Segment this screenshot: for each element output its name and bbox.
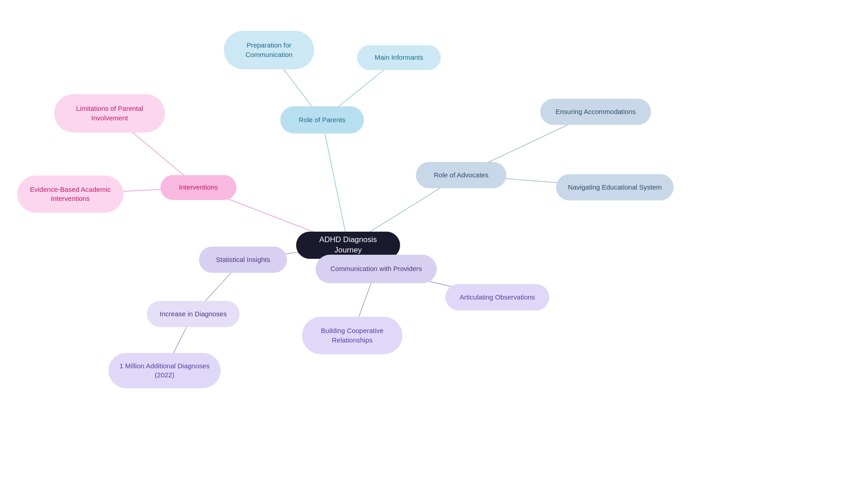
node-role-of-parents[interactable]: Role of Parents <box>280 106 364 133</box>
node-evidence-based[interactable]: Evidence-Based Academic Interventions <box>17 176 123 213</box>
node-limitations[interactable]: Limitations of Parental Involvement <box>54 94 165 133</box>
connections-svg <box>0 0 868 490</box>
mind-map: ADHD Diagnosis Journey Role of Parents P… <box>0 0 868 490</box>
node-main-informants[interactable]: Main Informants <box>357 45 441 70</box>
node-articulating-observations[interactable]: Articulating Observations <box>445 284 549 310</box>
node-statistical-insights[interactable]: Statistical Insights <box>199 247 287 273</box>
node-preparation[interactable]: Preparation for Communication <box>224 31 314 69</box>
node-communication-providers[interactable]: Communication with Providers <box>316 255 437 283</box>
node-increase-in-diagnoses[interactable]: Increase in Diagnoses <box>147 301 240 327</box>
node-million-diagnoses[interactable]: 1 Million Additional Diagnoses (2022) <box>108 353 221 388</box>
svg-line-0 <box>322 120 349 245</box>
node-role-of-advocates[interactable]: Role of Advocates <box>416 162 506 188</box>
node-interventions[interactable]: Interventions <box>160 175 236 200</box>
node-ensuring-accommodations[interactable]: Ensuring Accommodations <box>540 99 651 125</box>
node-navigating-educational[interactable]: Navigating Educational System <box>556 174 674 200</box>
node-building-cooperative[interactable]: Building Cooperative Relationships <box>302 317 402 354</box>
